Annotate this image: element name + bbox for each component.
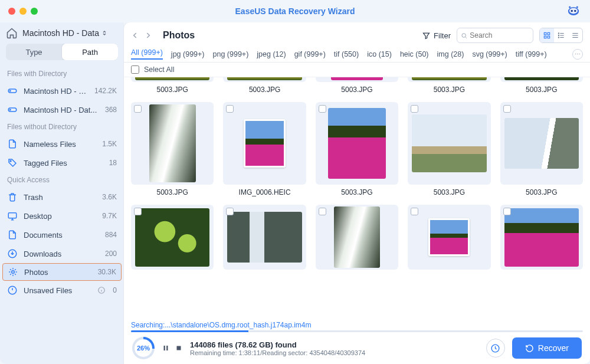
svg-point-7: [10, 90, 11, 91]
view-detail-button[interactable]: [568, 28, 582, 42]
pause-button[interactable]: [162, 344, 170, 352]
nav-back-button[interactable]: [131, 31, 139, 40]
alert-icon: [7, 285, 18, 296]
svg-point-3: [574, 10, 576, 12]
sidebar-unsaved[interactable]: Unsaved Files 0: [0, 281, 124, 300]
section-label-with-dir: Files with Directory: [0, 66, 124, 81]
sidebar-drive-1[interactable]: Macintosh HD - Dat... 368: [0, 100, 124, 119]
item-checkbox[interactable]: [134, 208, 142, 215]
file-card[interactable]: [316, 205, 398, 270]
recover-button[interactable]: Recover: [512, 337, 582, 359]
svg-point-16: [462, 33, 466, 37]
sidebar-documents[interactable]: Documents 884: [0, 225, 124, 244]
photos-icon: [8, 267, 18, 277]
toolbar: Photos Filter: [124, 22, 590, 48]
filter-svg[interactable]: svg (999+): [472, 50, 507, 58]
svg-rect-19: [544, 36, 546, 38]
disk-icon: [7, 104, 18, 115]
file-type-filter-bar: All (999+) jpg (999+) png (999+) jpeg (1…: [124, 48, 590, 63]
filter-more-button[interactable]: ⋯: [572, 49, 583, 60]
content-pane: Photos Filter All (999+) jpg (999+) png …: [124, 22, 590, 364]
filter-ico[interactable]: ico (15): [367, 50, 392, 58]
item-checkbox[interactable]: [319, 208, 326, 215]
item-checkbox[interactable]: [503, 105, 511, 113]
filter-tiff[interactable]: tiff (999+): [516, 50, 547, 58]
svg-point-10: [10, 160, 11, 162]
filter-img[interactable]: img (28): [437, 50, 464, 58]
item-checkbox[interactable]: [503, 208, 511, 215]
view-list-button[interactable]: [554, 28, 568, 42]
thumbnail-grid-scroll[interactable]: 5003.JPG 5003.JPG 5003.JPG 5003.JPG 5003…: [124, 77, 590, 319]
item-checkbox[interactable]: [134, 105, 142, 113]
filter-jpg[interactable]: jpg (999+): [171, 50, 205, 58]
sidebar: Macintosh HD - Data Type Path Files with…: [0, 22, 124, 364]
file-card[interactable]: [223, 205, 306, 270]
select-all-label: Select All: [144, 65, 174, 74]
sidebar-desktop[interactable]: Desktop 9.7K: [0, 206, 124, 225]
scan-path-status: Searching:...\standalone\OS.dmg.root_has…: [124, 319, 590, 330]
chevron-updown-icon: [101, 30, 107, 36]
item-checkbox[interactable]: [411, 208, 418, 215]
file-card[interactable]: 5003.JPG: [131, 77, 214, 94]
filter-heic[interactable]: heic (50): [400, 50, 429, 58]
svg-rect-17: [544, 32, 546, 35]
item-checkbox[interactable]: [411, 105, 418, 113]
page-title: Photos: [163, 30, 195, 41]
filter-icon: [422, 31, 431, 40]
title-bar: EaseUS Data Recovery Wizard: [0, 0, 590, 22]
info-icon[interactable]: [96, 285, 107, 296]
nav-forward-button[interactable]: [144, 31, 152, 40]
item-checkbox[interactable]: [226, 105, 234, 113]
svg-rect-18: [548, 32, 550, 35]
sidebar-tagged[interactable]: Tagged Files 18: [0, 153, 124, 172]
file-card[interactable]: 5003.JPG: [500, 77, 583, 94]
file-card[interactable]: 5003.JPG: [408, 102, 490, 196]
recover-icon: [525, 344, 534, 353]
scan-summary: 144086 files (78.62 GB) found Remaining …: [190, 340, 365, 356]
view-grid-button[interactable]: [540, 28, 554, 42]
sidebar-drive-0[interactable]: Macintosh HD - D... 142.2K: [0, 81, 124, 100]
filter-jpeg[interactable]: jpeg (12): [257, 50, 286, 58]
select-all-checkbox[interactable]: [131, 65, 139, 74]
sidebar-photos[interactable]: Photos 30.3K: [2, 263, 122, 281]
view-switcher: [539, 28, 583, 43]
search-field[interactable]: [457, 28, 533, 43]
file-card[interactable]: 5003.JPG: [500, 102, 583, 196]
section-label-without-dir: Files without Directory: [0, 119, 124, 135]
file-icon: [7, 139, 18, 149]
segment-path[interactable]: Path: [62, 44, 118, 60]
svg-rect-24: [164, 346, 165, 350]
filter-tif[interactable]: tif (550): [334, 50, 359, 58]
segment-type[interactable]: Type: [6, 44, 62, 60]
filter-button[interactable]: Filter: [422, 31, 451, 40]
file-card[interactable]: [408, 205, 490, 270]
history-button[interactable]: [486, 339, 505, 358]
file-card[interactable]: [131, 205, 214, 270]
filter-all[interactable]: All (999+): [131, 48, 163, 60]
item-checkbox[interactable]: [226, 208, 234, 215]
drive-selector[interactable]: Macintosh HD - Data: [22, 28, 107, 38]
search-icon: [461, 32, 467, 40]
stop-button[interactable]: [175, 344, 183, 352]
download-icon: [7, 248, 18, 259]
search-input[interactable]: [470, 31, 529, 40]
svg-point-13: [12, 271, 15, 274]
svg-point-23: [558, 37, 559, 38]
document-icon: [7, 229, 18, 240]
file-card[interactable]: 5003.JPG: [223, 77, 306, 94]
filter-png[interactable]: png (999+): [213, 50, 249, 58]
file-card[interactable]: 5003.JPG: [316, 102, 398, 196]
file-card[interactable]: [500, 205, 583, 270]
sidebar-downloads[interactable]: Downloads 200: [0, 244, 124, 263]
filter-gif[interactable]: gif (999+): [294, 50, 326, 58]
sidebar-trash[interactable]: Trash 3.6K: [0, 188, 124, 206]
file-card[interactable]: 5003.JPG: [408, 77, 490, 94]
file-card[interactable]: IMG_0006.HEIC: [223, 102, 306, 196]
item-checkbox[interactable]: [319, 105, 326, 113]
svg-point-4: [569, 6, 571, 8]
sidebar-nameless[interactable]: Nameless Files 1.5K: [0, 135, 124, 153]
file-card[interactable]: 5003.JPG: [131, 102, 214, 196]
file-card[interactable]: 5003.JPG: [316, 77, 398, 94]
home-icon[interactable]: [6, 27, 18, 39]
type-path-segment[interactable]: Type Path: [6, 44, 118, 60]
